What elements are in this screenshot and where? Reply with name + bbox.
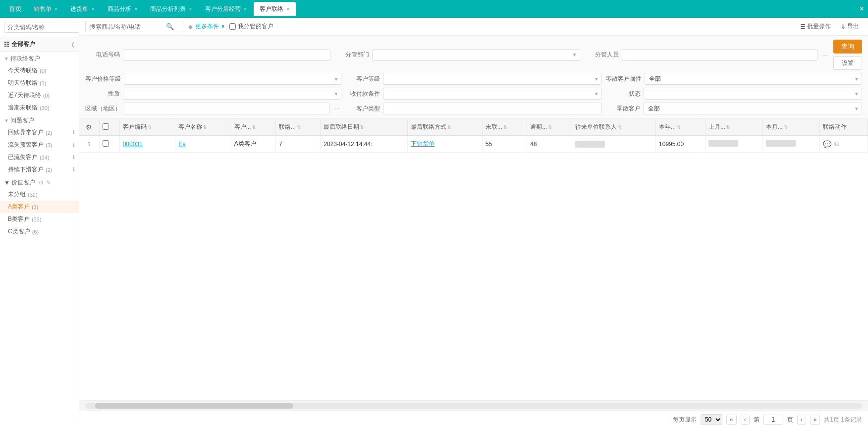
prev-page-btn[interactable]: ‹ — [741, 415, 750, 425]
value-customers-group[interactable]: ▼ 价值客户 ↺ ✎ — [0, 176, 79, 188]
close-tab-customer-layer[interactable]: × — [244, 6, 247, 12]
export-icon: ⇓ — [841, 23, 846, 30]
sidebar-item-7day-contact[interactable]: 近7天待联络 (0) — [0, 89, 79, 102]
my-customers-check[interactable] — [229, 23, 236, 30]
manager-input[interactable] — [622, 49, 817, 61]
main-search-input[interactable] — [90, 23, 164, 30]
company-contact-sort-icon[interactable]: ⇅ — [618, 125, 622, 130]
query-settings: 查询 设置 — [833, 40, 862, 70]
sidebar-search-input[interactable] — [4, 22, 79, 33]
refresh-icon[interactable]: ↺ — [39, 179, 44, 186]
close-all-tabs[interactable]: × — [860, 4, 864, 13]
sidebar-item-b-class[interactable]: B类客户 (33) — [0, 213, 79, 225]
sidebar-item-repurchase-anomaly[interactable]: 回购异常客户 (2) ℹ — [0, 126, 79, 139]
close-tab-purchase[interactable]: × — [91, 6, 94, 12]
sidebar-item-churn-warning[interactable]: 流失预警客户 (3) ℹ — [0, 139, 79, 151]
last-date-sort-icon[interactable]: ⇅ — [360, 125, 364, 130]
this-month-sort-icon[interactable]: ⇅ — [784, 125, 788, 130]
category-sort-icon[interactable]: ⇅ — [252, 125, 256, 130]
query-button[interactable]: 查询 — [833, 40, 862, 54]
all-customers-header[interactable]: ☷ 全部客户 ❮ — [0, 37, 79, 52]
sidebar-item-churned[interactable]: 已流失客户 (24) ℹ — [0, 151, 79, 163]
nav-tab-analysis-list[interactable]: 商品分析列表 × — [144, 2, 198, 16]
retail-cust-select[interactable]: 全部 — [644, 103, 862, 114]
nav-tab-customer-layer[interactable]: 客户分层经营 × — [199, 2, 253, 16]
close-tab-customer-contact[interactable]: × — [286, 6, 289, 12]
pending-contact-group[interactable]: ▼ 待联络客户 — [0, 52, 79, 64]
customer-code-link[interactable]: 000031 — [123, 141, 143, 148]
col-last-date-header: 最后联络日期 ⇅ — [321, 119, 408, 136]
payment-select[interactable] — [383, 88, 601, 100]
name-sort-icon[interactable]: ⇅ — [203, 125, 207, 130]
region-input[interactable] — [124, 103, 329, 114]
close-tab-analysis[interactable]: × — [134, 6, 137, 12]
select-all-checkbox[interactable] — [103, 123, 109, 130]
dept-select[interactable] — [372, 49, 580, 61]
customer-level-select[interactable] — [383, 73, 601, 85]
code-sort-icon[interactable]: ⇅ — [148, 125, 152, 130]
nav-tab-sales[interactable]: 销售单 × — [28, 2, 63, 16]
sidebar-item-unclassified[interactable]: 未分组 (32) — [0, 188, 79, 201]
batch-op-btn[interactable]: ☰ 批量操作 — [797, 21, 834, 32]
table-row: 1 000031 Ea A类客户 — [79, 136, 868, 153]
phone-input[interactable] — [123, 49, 330, 61]
filter-arrow: ▼ — [220, 24, 225, 29]
close-tab-analysis-list[interactable]: × — [189, 6, 192, 12]
qr-action-icon[interactable]: ⧉ — [834, 140, 839, 148]
last-page-btn[interactable]: » — [810, 415, 820, 425]
this-year-sort-icon[interactable]: ⇅ — [677, 125, 681, 130]
not-contact-sort-icon[interactable]: ⇅ — [503, 125, 507, 130]
next-page-btn[interactable]: › — [797, 415, 806, 425]
row-checkbox[interactable] — [103, 140, 109, 147]
export-btn[interactable]: ⇓ 导出 — [838, 21, 862, 32]
value-arrow: ▼ — [4, 179, 10, 186]
page-number-input[interactable] — [763, 415, 783, 425]
row-last-month-cell — [705, 136, 762, 153]
manager-label: 分管人员 — [584, 51, 619, 59]
retail-attr-select[interactable]: 全部 — [645, 73, 862, 85]
sidebar-item-overdue-contact[interactable]: 逾期未联络 (30) — [0, 102, 79, 114]
sidebar-item-c-class[interactable]: C类客户 (6) — [0, 225, 79, 238]
more-filter-btn[interactable]: ◆ 更多条件 ▼ — [188, 22, 225, 31]
last-month-sort-icon[interactable]: ⇅ — [726, 125, 730, 130]
cust-type-input[interactable] — [383, 103, 601, 114]
last-method-sort-icon[interactable]: ⇅ — [447, 125, 451, 130]
sidebar-item-tomorrow-contact[interactable]: 明天待联络 (1) — [0, 77, 79, 89]
row-code-cell: 000031 — [119, 136, 175, 153]
close-tab-sales[interactable]: × — [54, 6, 57, 12]
my-customers-checkbox[interactable]: 我分管的客户 — [229, 22, 273, 31]
filter-cell-dept: 分管部门 ▼ — [334, 49, 580, 61]
scroll-track — [85, 403, 862, 409]
status-select[interactable] — [644, 88, 862, 100]
column-settings-icon[interactable]: ⚙ — [86, 123, 92, 131]
first-page-btn[interactable]: « — [726, 415, 737, 425]
nav-tab-purchase[interactable]: 进货单 × — [64, 2, 100, 16]
customer-name-link[interactable]: Ea — [178, 141, 186, 148]
nav-tab-customer-contact[interactable]: 客户联络 × — [254, 2, 295, 16]
sidebar-item-a-class[interactable]: A类客户 (1) — [0, 201, 79, 213]
row-last-date-cell: 2023-04-12 14:44: — [321, 136, 408, 153]
sidebar-item-declining[interactable]: 持续下滑客户 (2) ℹ — [0, 163, 79, 176]
phone-label: 电话号码 — [85, 51, 120, 59]
problem-customers-group[interactable]: ▼ 问题客户 — [0, 114, 79, 126]
settings-button[interactable]: 设置 — [833, 56, 862, 70]
page-size-select[interactable]: 50 — [701, 414, 722, 425]
nav-tab-analysis[interactable]: 商品分析 × — [102, 2, 143, 16]
col-name-header: 客户名称 ⇅ — [175, 119, 231, 136]
manager-dots[interactable]: ··· — [820, 52, 829, 58]
sidebar-collapse-icon[interactable]: ❮ — [71, 42, 75, 47]
sidebar-item-today-contact[interactable]: 今天待联络 (0) — [0, 64, 79, 77]
nav-home[interactable]: 首页 — [4, 4, 27, 13]
col-last-month-header: 上月... ⇅ — [705, 119, 762, 136]
edit-icon[interactable]: ✎ — [46, 179, 51, 186]
region-dots[interactable]: ··· — [332, 105, 341, 112]
main-search-icon[interactable]: 🔍 — [166, 23, 174, 30]
overdue-sort-icon[interactable]: ⇅ — [548, 125, 552, 130]
contact-sort-icon[interactable]: ⇅ — [297, 125, 301, 130]
scroll-thumb[interactable] — [95, 403, 293, 409]
last-method-link[interactable]: 下销货单 — [411, 140, 434, 147]
horizontal-scrollbar[interactable] — [79, 400, 868, 411]
nature-select[interactable] — [123, 88, 341, 100]
chat-action-icon[interactable]: 💬 — [823, 140, 831, 148]
price-level-select[interactable] — [124, 73, 341, 85]
